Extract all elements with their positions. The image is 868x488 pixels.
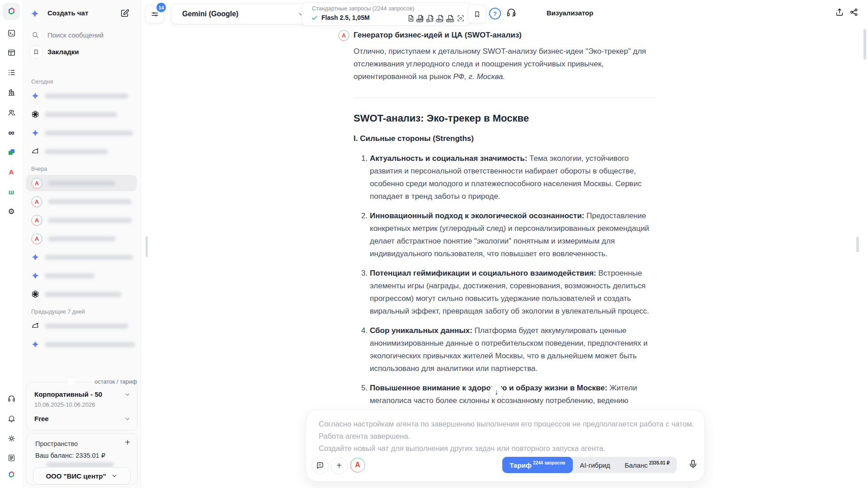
infinity-icon[interactable]: ∞ (7, 128, 16, 137)
visualizer-label: Визуализатор (547, 9, 593, 17)
share-button[interactable] (849, 7, 859, 17)
plan-dates: 10.06.2025-10.06.2026 (34, 401, 95, 408)
add-space-button[interactable]: + (125, 437, 130, 448)
chat-history-item[interactable] (26, 249, 137, 265)
chat-history-item[interactable] (26, 88, 137, 104)
attach-button[interactable]: + (330, 457, 348, 474)
new-chat-row[interactable]: Создать чат (22, 7, 141, 20)
message-intro: Отлично, приступаем к детальному SWOT-ан… (354, 45, 656, 83)
doc-file-icon (407, 14, 415, 23)
news-icon[interactable] (7, 453, 16, 462)
sparkle-icon (31, 92, 39, 100)
agent-avatar-button[interactable]: A (349, 457, 366, 473)
chat-history-item[interactable] (26, 125, 137, 141)
app-window: ∞ A ш ⚙ Создать чат Поиск сообщений За (0, 0, 868, 488)
whale-icon (31, 322, 39, 330)
pdf-file-icon: PDF (417, 14, 425, 23)
scroll-down-button[interactable]: ↓ (489, 385, 504, 399)
strength-item: Актуальность и социальная значимость: Те… (370, 152, 656, 203)
chat-history-item[interactable]: A (26, 175, 137, 191)
chat-history-item[interactable] (26, 106, 137, 122)
plan-chevron-icon[interactable] (124, 391, 131, 398)
org-chevron-icon (111, 472, 118, 479)
history-section-label: Вчера (22, 166, 141, 172)
redacted-chat-title (45, 112, 117, 117)
theme-sun-icon[interactable] (7, 434, 16, 443)
support-headphones-icon[interactable] (7, 394, 16, 403)
sparkle-icon (31, 340, 39, 348)
settings-badge: 14 (156, 2, 167, 13)
assistant-avatar: A (338, 30, 349, 41)
apps-icon[interactable] (7, 147, 16, 156)
tariff-requests-count: 2244 запросов (533, 460, 565, 465)
redacted-chat-title (45, 94, 128, 99)
tariff-segment[interactable]: Тариф2244 запросов (502, 457, 573, 473)
sidebar: Создать чат Поиск сообщений Закладки Сег… (22, 0, 141, 488)
plan-card: Корпоративный - 50 10.06.2025-10.06.2026… (26, 382, 138, 431)
composer-notice: Согласно настройкам агента по завершению… (319, 418, 694, 455)
check-icon (311, 14, 318, 21)
scrollbar-thumb[interactable] (863, 29, 866, 60)
quota-panel[interactable]: Стандартные запросы (2244 запросов) Flas… (302, 2, 471, 26)
task-list-icon[interactable] (7, 68, 16, 77)
balance-segment[interactable]: Баланс2335.01 ₽ (618, 457, 677, 473)
voice-headphones-icon[interactable] (506, 7, 517, 18)
model-variant: Flash 2.5, 1,05M (321, 14, 370, 21)
app-logo-button[interactable] (3, 3, 20, 20)
team-icon[interactable] (7, 108, 16, 117)
tier-chevron-icon[interactable] (124, 415, 131, 422)
redacted-chat-title (48, 181, 116, 186)
agent-w-icon[interactable]: ш (7, 187, 16, 196)
microphone-icon (688, 459, 698, 469)
intro-emphasis: РФ, г. Москва. (453, 72, 505, 81)
sparkle-icon (31, 253, 39, 261)
mic-button[interactable] (688, 459, 698, 469)
redacted-chat-title (48, 236, 116, 241)
redacted-chat-title (45, 149, 108, 154)
agent-avatar: A (350, 457, 365, 473)
prompt-templates-button[interactable] (311, 457, 329, 474)
chat-history-item[interactable]: A (26, 193, 137, 210)
share-icon (849, 7, 859, 17)
agent-a-icon: A (31, 178, 42, 189)
brand-bottom-logo-icon (7, 470, 16, 479)
chat-history-item[interactable] (26, 318, 137, 334)
bookmark-button[interactable] (467, 5, 486, 23)
chat-history-item[interactable] (26, 286, 137, 302)
redacted-chat-title (45, 292, 122, 297)
company-icon[interactable] (7, 88, 16, 97)
org-selector[interactable]: ООО "ВИС центр" (33, 467, 131, 484)
redacted-chat-title (48, 199, 132, 204)
help-button[interactable]: ? (489, 8, 501, 19)
right-panel-handle[interactable] (856, 237, 859, 252)
table-icon[interactable] (7, 48, 16, 57)
model-selector[interactable]: Gemini (Google) (171, 4, 313, 24)
bookmarks-row[interactable]: Закладки (22, 45, 141, 59)
terminal-icon[interactable] (7, 28, 16, 38)
chat-history-item[interactable] (26, 336, 137, 352)
message-search[interactable]: Поиск сообщений (22, 29, 141, 42)
plan-name: Корпоративный - 50 (34, 390, 102, 398)
compose-edit-icon[interactable] (120, 8, 130, 18)
chat-history-item[interactable] (26, 143, 137, 160)
chat-history-item[interactable] (26, 267, 137, 284)
space-title: Пространство (35, 440, 78, 447)
history-section-label: Предыдущие 7 дней (22, 309, 141, 315)
chat-history-item[interactable]: A (26, 230, 137, 247)
plan-tier: Free (34, 415, 49, 422)
icon-rail: ∞ A ш ⚙ (0, 0, 22, 488)
sparkle-icon (31, 129, 39, 137)
strength-item: Повышенное внимание к здоровью и образу … (370, 382, 656, 407)
notifications-bell-icon[interactable] (7, 414, 16, 423)
chat-history-item[interactable]: A (26, 212, 137, 228)
balance-amount: 2335.01 ₽ (649, 460, 670, 465)
sparkle-icon (31, 272, 39, 280)
export-button[interactable] (835, 7, 844, 17)
settings-gear-icon[interactable]: ⚙ (7, 207, 16, 216)
left-panel-handle[interactable] (146, 236, 148, 257)
swot-heading: SWOT-анализ: Эко-трекер в Москве (354, 112, 656, 125)
composer[interactable]: Согласно настройкам агента по завершению… (306, 409, 705, 482)
upload-icon (835, 7, 844, 17)
agent-a-icon[interactable]: A (7, 167, 16, 176)
ai-hybrid-segment[interactable]: AI-гибрид (573, 457, 618, 473)
